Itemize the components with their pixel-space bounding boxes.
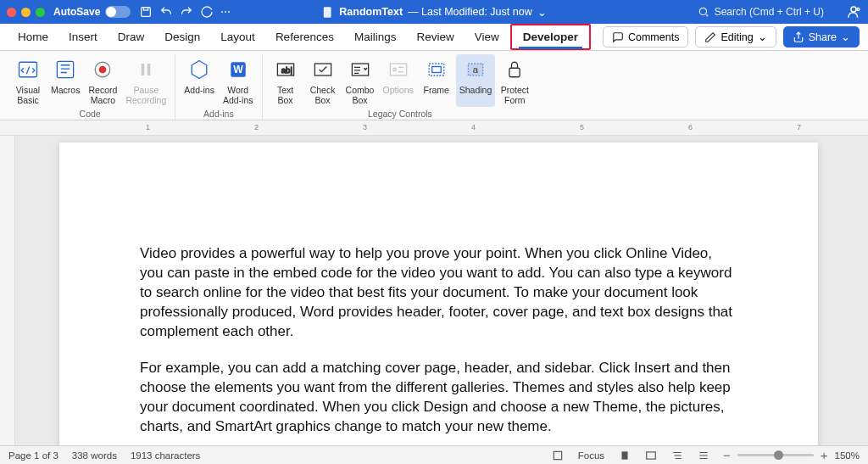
vertical-ruler[interactable] [0,136,15,445]
close-window[interactable] [7,8,16,17]
editing-button[interactable]: Editing ⌄ [695,26,776,48]
record-icon [91,58,114,81]
tab-references[interactable]: References [266,26,343,48]
maximize-window[interactable] [36,8,45,17]
search-icon [698,6,709,18]
tab-view[interactable]: View [465,26,509,48]
page-icon [619,450,631,461]
comments-button[interactable]: Comments [603,26,688,48]
hexagon-icon [187,58,211,81]
text-box-button[interactable]: ab| Text Box [268,54,303,107]
options-button: Options [380,54,417,107]
zoom-slider[interactable] [737,454,814,456]
ribbon-body: Visual Basic Macros Record Macro Pause R… [0,51,868,120]
zoom-out-button[interactable]: − [723,448,731,462]
share-label: Share [809,31,837,43]
redo-icon[interactable] [180,5,193,19]
comments-label: Comments [628,31,679,43]
pencil-icon [704,31,716,43]
horizontal-ruler[interactable]: 1 2 3 4 5 6 7 [0,120,868,136]
shading-button[interactable]: a Shading [456,54,496,107]
doc-modified: — Last Modified: Just now [408,6,532,18]
svg-point-3 [699,8,706,14]
highlight-annotation: Developer [510,24,591,50]
record-macro-button[interactable]: Record Macro [85,54,120,107]
checkbox-icon [311,58,335,81]
group-label: Legacy Controls [368,107,432,120]
label: Check Box [310,85,336,105]
word-add-ins-button[interactable]: W Word Add-ins [220,54,257,107]
zoom-in-button[interactable]: + [821,448,828,462]
editing-label: Editing [721,31,753,43]
chevron-down-icon[interactable]: ⌄ [537,6,547,19]
svg-rect-2 [324,7,331,18]
protect-form-button[interactable]: Protect Form [497,54,532,107]
svg-point-9 [99,66,107,74]
tab-layout[interactable]: Layout [211,26,264,48]
ruler-tick: 5 [580,123,584,131]
document-canvas[interactable]: Video provides a powerful way to help yo… [0,136,868,445]
minimize-window[interactable] [21,8,31,17]
ruler-tick: 6 [688,123,693,131]
combo-box-button[interactable]: Combo Box [342,54,378,107]
svg-rect-25 [554,451,562,459]
char-count[interactable]: 1913 characters [131,450,200,461]
draft-view[interactable] [697,449,709,461]
share-icon [793,31,804,43]
label: Frame [424,85,449,95]
tab-home[interactable]: Home [8,26,58,48]
label: Options [383,85,414,95]
label: Combo Box [346,85,375,105]
web-layout-view[interactable] [644,449,657,461]
label: Word Add-ins [223,85,253,105]
label: Shading [459,85,492,95]
label: Pause Recording [125,85,166,105]
lock-icon [503,58,526,81]
sync-icon[interactable] [200,5,214,19]
document-title[interactable]: RandomText — Last Modified: Just now ⌄ [321,6,546,19]
visual-basic-button[interactable]: Visual Basic [10,54,46,107]
undo-icon[interactable] [159,5,173,19]
check-box-button[interactable]: Check Box [305,54,341,107]
page-indicator[interactable]: Page 1 of 3 [8,450,58,461]
toggle-switch[interactable] [105,6,131,18]
focus-button[interactable] [552,449,565,461]
status-bar: Page 1 of 3 338 words 1913 characters Fo… [0,445,868,464]
search-box[interactable]: Search (Cmd + Ctrl + U) [698,6,824,18]
share-button[interactable]: Share ⌄ [783,26,860,48]
svg-rect-21 [431,67,441,73]
svg-rect-20 [429,64,444,75]
tab-review[interactable]: Review [407,26,463,48]
save-icon[interactable] [139,5,153,19]
tab-draw[interactable]: Draw [108,26,154,48]
frame-button[interactable]: Frame [419,54,454,107]
svg-text:ab|: ab| [281,65,292,75]
tab-developer[interactable]: Developer [514,26,587,48]
tab-insert[interactable]: Insert [59,26,107,48]
zoom-controls: − + 150% [723,448,860,462]
word-count[interactable]: 338 words [72,450,117,461]
macros-button[interactable]: Macros [47,54,83,107]
shading-icon: a [464,58,487,81]
autosave-toggle[interactable]: AutoSave [53,6,131,18]
macros-icon [53,58,77,81]
outline-view[interactable] [670,449,683,461]
body-paragraph[interactable]: Video provides a powerful way to help yo… [140,244,737,342]
doc-name: RandomText [339,6,403,18]
tab-design[interactable]: Design [155,26,209,48]
people-icon[interactable] [846,4,861,20]
autosave-label: AutoSave [53,6,100,18]
add-ins-button[interactable]: Add-ins [181,54,218,107]
search-placeholder: Search (Cmd + Ctrl + U) [715,6,824,18]
document-page[interactable]: Video provides a powerful way to help yo… [59,143,818,445]
group-legacy-controls: ab| Text Box Check Box Combo Box Options… [263,54,538,120]
zoom-level[interactable]: 150% [835,450,860,461]
svg-rect-0 [142,8,151,17]
print-layout-view[interactable] [618,449,631,461]
more-icon[interactable]: ⋯ [220,6,231,18]
pause-icon [134,58,158,81]
title-bar: AutoSave ⋯ RandomText — Last Modified: J… [0,0,868,24]
tab-mailings[interactable]: Mailings [345,26,406,48]
body-paragraph[interactable]: For example, you can add a matching cove… [140,359,737,437]
focus-label[interactable]: Focus [578,450,604,461]
